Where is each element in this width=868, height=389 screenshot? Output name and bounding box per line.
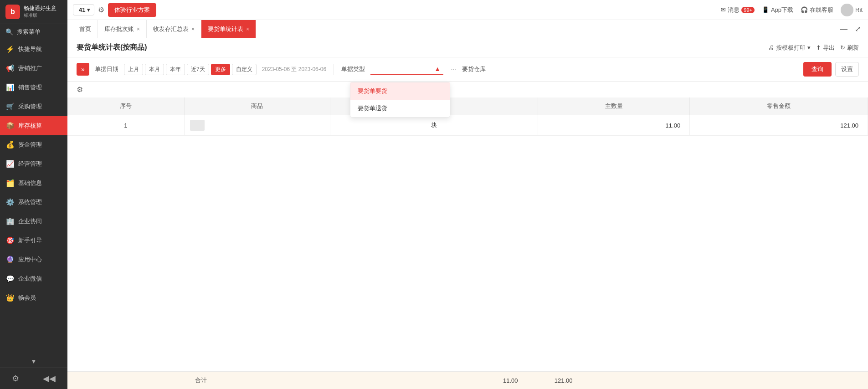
sidebar-item-label: 库存核算 (18, 122, 42, 130)
date-buttons: 上月 本月 本年 近7天 更多 自定义 (124, 64, 257, 75)
guide-icon: 🎯 (5, 236, 15, 245)
settings-bottom-btn[interactable]: ⚙ (8, 372, 23, 385)
query-btn[interactable]: 查询 (803, 62, 832, 77)
date-this-year-btn[interactable]: 本年 (166, 64, 185, 75)
sidebar-item-basic[interactable]: 🗂️ 基础信息 (0, 174, 67, 193)
store-selector[interactable]: 41 ▾ (73, 4, 94, 15)
tab-order-summary[interactable]: 要货单统计表 × (201, 20, 256, 38)
table-empty-space (67, 136, 868, 371)
date-more-btn[interactable]: 更多 (211, 64, 230, 75)
sidebar-item-marketing[interactable]: 📢 营销推广 (0, 59, 67, 78)
data-table: 序号 商品 主计量单位 主数量 零售金额 1 (67, 97, 868, 136)
sidebar-item-guide[interactable]: 🎯 新手引导 (0, 231, 67, 250)
sidebar: b 畅捷通好生意 标准版 🔍 搜索菜单 ⚡ 快捷导航 📢 营销推广 📊 销售管理 (0, 0, 67, 389)
table-settings-icon[interactable]: ⚙ (77, 85, 83, 94)
type-input-wrapper[interactable]: ▲ (370, 64, 443, 75)
table-row: 1 块 11.00 121.00 (67, 115, 868, 136)
message-icon: ✉ (721, 6, 726, 13)
export-btn[interactable]: ⬆ 导出 (816, 44, 835, 52)
page-title: 要货单统计表(按商品) (77, 43, 147, 52)
app-download-btn[interactable]: 📱 App下载 (762, 6, 793, 14)
sidebar-item-operation[interactable]: 📈 经营管理 (0, 154, 67, 174)
sidebar-item-sales[interactable]: 📊 销售管理 (0, 78, 67, 97)
expand-icon: » (81, 66, 85, 73)
sidebar-search[interactable]: 🔍 搜索菜单 (0, 24, 67, 40)
sidebar-item-label: 快捷导航 (18, 45, 42, 53)
sidebar-item-finance[interactable]: 💰 资金管理 (0, 135, 67, 154)
tab-inventory-batch[interactable]: 库存批次账 × (98, 20, 147, 38)
sidebar-item-label: 企业微信 (18, 275, 42, 283)
app-download-label: App下载 (771, 6, 793, 14)
online-service-btn[interactable]: 🎧 在线客服 (801, 6, 833, 14)
basic-icon: 🗂️ (5, 179, 15, 188)
wechat-icon: 💬 (5, 274, 15, 283)
type-arrow-up-icon[interactable]: ▲ (434, 65, 441, 72)
sidebar-item-enterprise[interactable]: 🏢 企业协同 (0, 212, 67, 231)
date-this-month-btn[interactable]: 本月 (145, 64, 164, 75)
tab-receive-summary[interactable]: 收发存汇总表 × (147, 20, 201, 38)
app-logo-text: 畅捷通好生意 标准版 (24, 5, 56, 19)
sidebar-item-vip[interactable]: 👑 畅会员 (0, 288, 67, 307)
collapse-btn[interactable]: ◀◀ (39, 372, 59, 385)
refresh-label: 刷新 (847, 44, 859, 52)
refresh-icon: ↻ (840, 44, 845, 51)
enterprise-icon: 🏢 (5, 217, 15, 226)
table-header: 序号 商品 主计量单位 主数量 零售金额 (67, 97, 868, 115)
table-container: ⚙ 序号 商品 主计量单位 主数量 零售金额 1 (67, 82, 868, 389)
date-last7days-btn[interactable]: 近7天 (187, 64, 209, 75)
date-label: 单据日期 (95, 65, 118, 73)
sidebar-item-label: 畅会员 (18, 294, 36, 302)
footer-amount: 121.00 (527, 377, 582, 384)
messages-badge: 99+ (741, 7, 755, 13)
print-chevron-icon: ▾ (807, 44, 811, 51)
filter-expand-btn[interactable]: » (77, 63, 89, 76)
messages-label: 消息 (728, 6, 740, 14)
marketing-icon: 📢 (5, 64, 15, 73)
page-content: 要货单统计表(按商品) 🖨 按模板打印 ▾ ⬆ 导出 ↻ 刷新 (67, 38, 868, 389)
sidebar-scroll-down[interactable]: ▼ (0, 355, 67, 368)
sidebar-item-inventory[interactable]: 📦 库存核算 (0, 116, 67, 135)
date-prev-month-btn[interactable]: 上月 (124, 64, 143, 75)
tab-inventory-batch-label: 库存批次账 (104, 25, 134, 33)
user-menu[interactable]: Rit (841, 4, 863, 16)
product-cell (190, 120, 324, 131)
print-template-btn[interactable]: 🖨 按模板打印 ▾ (768, 44, 811, 52)
trial-industry-btn[interactable]: 体验行业方案 (108, 3, 156, 17)
tab-inventory-batch-close[interactable]: × (137, 26, 140, 32)
table-footer: 合计 11.00 121.00 (67, 371, 868, 389)
sidebar-item-quick-nav[interactable]: ⚡ 快捷导航 (0, 40, 67, 59)
operation-icon: 📈 (5, 159, 15, 169)
service-icon: 🎧 (801, 6, 808, 13)
online-service-label: 在线客服 (810, 6, 833, 14)
tabs-actions: — ⤢ (838, 25, 863, 33)
tab-receive-summary-close[interactable]: × (191, 26, 195, 32)
tab-expand-btn[interactable]: ⤢ (853, 25, 863, 33)
col-header-product: 商品 (184, 97, 330, 115)
type-more-icon[interactable]: ··· (451, 65, 457, 73)
print-template-label: 按模板打印 (776, 44, 806, 52)
dropdown-item-order-purchase[interactable]: 要货单要货 (350, 82, 450, 100)
app-name: 畅捷通好生意 (24, 5, 56, 12)
sidebar-item-label: 系统管理 (18, 198, 42, 206)
table-toolbar: ⚙ (67, 82, 868, 97)
sidebar-item-system[interactable]: ⚙️ 系统管理 (0, 193, 67, 212)
vip-icon: 👑 (5, 293, 15, 302)
topbar-gear-btn[interactable]: ⚙ (98, 5, 104, 14)
dropdown-item-order-return[interactable]: 要货单退货 (350, 100, 450, 117)
tab-minimize-btn[interactable]: — (838, 25, 849, 33)
search-icon: 🔍 (5, 28, 13, 36)
footer-quantity: 11.00 (473, 377, 527, 384)
sidebar-item-appstore[interactable]: 🔮 应用中心 (0, 250, 67, 269)
cell-quantity: 11.00 (538, 115, 690, 136)
topbar-left: 41 ▾ ⚙ 体验行业方案 (73, 3, 715, 17)
sidebar-item-label: 经营管理 (18, 160, 42, 168)
tab-home[interactable]: 首页 (73, 20, 98, 38)
date-custom-btn[interactable]: 自定义 (232, 64, 257, 75)
tab-order-summary-close[interactable]: × (246, 26, 249, 32)
filter-settings-btn[interactable]: 设置 (835, 62, 859, 77)
appstore-icon: 🔮 (5, 255, 15, 264)
refresh-btn[interactable]: ↻ 刷新 (840, 44, 859, 52)
sidebar-item-wechat[interactable]: 💬 企业微信 (0, 269, 67, 288)
messages-btn[interactable]: ✉ 消息 99+ (721, 6, 755, 14)
sidebar-item-purchase[interactable]: 🛒 采购管理 (0, 97, 67, 116)
